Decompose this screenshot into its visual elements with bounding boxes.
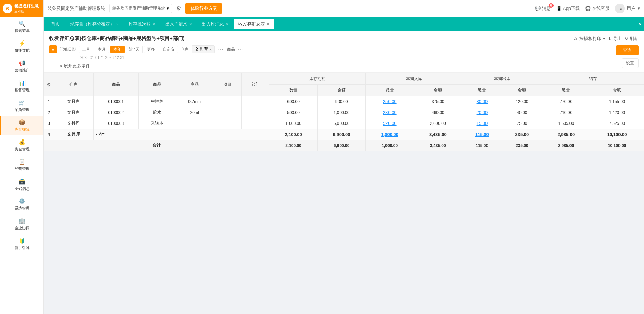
out-qty-link[interactable]: 80.00 bbox=[477, 99, 488, 104]
date-btn-custom[interactable]: 自定义 bbox=[160, 46, 178, 53]
total-out-qty: 115.00 bbox=[462, 140, 502, 151]
dropdown-icon: ▾ bbox=[167, 6, 169, 11]
row-goods-code: 0100002 bbox=[93, 107, 138, 118]
operations-icon: 📋 bbox=[19, 159, 26, 165]
total-close-qty: 2,985.00 bbox=[542, 140, 590, 151]
tab-batch-ledger[interactable]: 库存批次账 × bbox=[124, 19, 160, 29]
in-qty-link[interactable]: 250.00 bbox=[383, 99, 397, 104]
row-in-qty[interactable]: 520.00 bbox=[366, 118, 414, 129]
date-filter: 上月 本月 本年 近7天 更多 自定义 bbox=[79, 46, 178, 53]
sidebar-item-search[interactable]: 🔍 搜索菜单 bbox=[0, 17, 43, 37]
row-out-qty[interactable]: 20.00 bbox=[462, 107, 502, 118]
sidebar-item-operations[interactable]: 📋 经营管理 bbox=[0, 155, 43, 175]
date-btn-prev-month[interactable]: 上月 bbox=[79, 46, 93, 53]
settings-icon[interactable]: ⚙ bbox=[176, 5, 181, 12]
sidebar-item-purchase[interactable]: 🛒 采购管理 bbox=[0, 96, 43, 116]
sub-close-amt: 10,100.00 bbox=[590, 129, 644, 140]
sidebar-item-inventory[interactable]: 📦 库存核算 bbox=[0, 116, 43, 135]
goods-ellipsis[interactable]: ··· bbox=[238, 46, 244, 52]
warehouse-ellipsis[interactable]: ··· bbox=[217, 46, 224, 52]
online-service-action[interactable]: 🎧 在线客服 bbox=[585, 5, 610, 12]
sub-open-qty: 2,100.00 bbox=[269, 129, 318, 140]
out-qty-link[interactable]: 20.00 bbox=[477, 110, 488, 115]
row-out-qty[interactable]: 15.00 bbox=[462, 118, 502, 129]
logo-icon: 6 bbox=[3, 4, 12, 13]
basic-icon: 🗃️ bbox=[19, 178, 26, 185]
phone-icon: 📱 bbox=[556, 6, 562, 11]
settings-icon[interactable]: ⚙ bbox=[47, 82, 51, 87]
sub-in-qty[interactable]: 1,000.00 bbox=[366, 129, 414, 140]
sidebar-item-sales[interactable]: 📊 销售管理 bbox=[0, 76, 43, 96]
sub-close-qty: 2,985.00 bbox=[542, 129, 590, 140]
app-download-action[interactable]: 📱 App下载 bbox=[556, 5, 580, 12]
row-open-qty: 600.00 bbox=[269, 96, 318, 107]
sidebar-item-basic[interactable]: 🗃️ 基础信息 bbox=[0, 175, 43, 195]
print-btn[interactable]: 🖨 按模板打印 ▾ bbox=[574, 36, 605, 42]
col-in-amt: 金额 bbox=[414, 85, 462, 96]
tab-summary[interactable]: 出入库汇总 × bbox=[197, 19, 233, 29]
date-btn-7days[interactable]: 近7天 bbox=[126, 46, 143, 53]
row-in-qty[interactable]: 250.00 bbox=[366, 96, 414, 107]
sub-out-qty[interactable]: 115.00 bbox=[462, 129, 502, 140]
tab-flow[interactable]: 出入库流水 × bbox=[161, 19, 196, 29]
col-settings[interactable]: ⚙ bbox=[44, 73, 54, 96]
tab-close-icon[interactable]: × bbox=[267, 22, 269, 26]
inventory-icon: 📦 bbox=[19, 119, 26, 126]
page-title: 收发存汇总表(按仓库+商品编码+商品+规格型号+项目+部门) bbox=[49, 35, 185, 42]
row-in-qty[interactable]: 230.00 bbox=[366, 107, 414, 118]
tab-close-all-icon[interactable]: × bbox=[638, 21, 641, 27]
system-selector[interactable]: 装备及固定资产辅助管理系统 ▾ bbox=[109, 4, 172, 13]
in-qty-link[interactable]: 520.00 bbox=[383, 121, 397, 126]
tab-close-icon[interactable]: × bbox=[226, 22, 228, 26]
export-btn[interactable]: ⬇ 导出 bbox=[608, 36, 622, 42]
tab-home[interactable]: 首页 bbox=[46, 19, 65, 29]
purchase-icon: 🛒 bbox=[19, 99, 26, 106]
sidebar-item-enterprise[interactable]: 🏢 企业协同 bbox=[0, 214, 43, 234]
message-action[interactable]: 💬 消息 6 bbox=[535, 5, 551, 12]
total-row: 合计 2,100.00 6,900.00 1,000.00 3,435.00 1… bbox=[44, 140, 644, 151]
user-action[interactable]: Ea 用户 ▾ bbox=[615, 4, 640, 13]
row-close-qty: 770.00 bbox=[542, 96, 590, 107]
row-close-amt: 1,155.00 bbox=[590, 96, 644, 107]
in-qty-link[interactable]: 230.00 bbox=[383, 110, 397, 115]
tab-close-icon[interactable]: × bbox=[189, 22, 192, 26]
sidebar-item-quicknav[interactable]: ⚡ 快捷导航 bbox=[0, 37, 43, 56]
row-dept bbox=[241, 118, 269, 129]
warehouse-tag-close[interactable]: × bbox=[209, 47, 212, 52]
expand-icon: ▾ bbox=[60, 64, 62, 69]
sales-icon: 📊 bbox=[19, 80, 26, 86]
print-icon: 🖨 bbox=[574, 36, 578, 41]
filter-collapse-btn[interactable]: « bbox=[49, 45, 57, 53]
filter-area: « 记账日期 上月 本月 本年 近7天 更多 自定义 bbox=[44, 42, 644, 73]
row-out-amt: 120.00 bbox=[502, 96, 542, 107]
out-qty-link[interactable]: 15.00 bbox=[477, 121, 488, 126]
tab-close-icon[interactable]: × bbox=[153, 22, 155, 26]
sidebar-item-finance[interactable]: 💰 资金管理 bbox=[0, 135, 43, 155]
sidebar-item-system[interactable]: ⚙️ 系统管理 bbox=[0, 195, 43, 214]
date-btn-this-year[interactable]: 本年 bbox=[110, 46, 125, 53]
sidebar-item-marketing[interactable]: 📢 营销推广 bbox=[0, 56, 43, 76]
date-btn-more[interactable]: 更多 bbox=[144, 46, 158, 53]
refresh-btn[interactable]: ↻ 刷新 bbox=[625, 36, 639, 42]
row-out-qty[interactable]: 80.00 bbox=[462, 96, 502, 107]
tab-inventory-dist[interactable]: 现存量（库存分布表） × bbox=[65, 19, 123, 29]
goods-label: 商品 bbox=[227, 47, 235, 52]
filter-date-section: 记账日期 上月 本月 本年 近7天 更多 自定义 仓库 文 bbox=[60, 45, 613, 53]
col-out-qty: 数量 bbox=[462, 85, 502, 96]
tab-close-icon[interactable]: × bbox=[116, 22, 118, 26]
headset-icon: 🎧 bbox=[585, 6, 591, 11]
sub-in-qty-link[interactable]: 1,000.00 bbox=[381, 132, 398, 137]
experience-btn[interactable]: 体验行业方案 bbox=[185, 3, 222, 14]
expand-conditions-btn[interactable]: ▾ 展开更多条件 bbox=[60, 63, 613, 69]
sub-out-amt: 235.00 bbox=[502, 129, 542, 140]
export-icon: ⬇ bbox=[608, 36, 612, 41]
query-btn[interactable]: 查询 bbox=[616, 45, 639, 55]
sub-out-qty-link[interactable]: 115.00 bbox=[475, 132, 489, 137]
col-close-qty: 数量 bbox=[542, 85, 590, 96]
col-out-amt: 金额 bbox=[502, 85, 542, 96]
row-out-amt: 40.00 bbox=[502, 107, 542, 118]
tab-recv-send[interactable]: 收发存汇总表 × bbox=[234, 19, 274, 29]
date-btn-this-month[interactable]: 本月 bbox=[95, 46, 109, 53]
sidebar-item-newguide[interactable]: 🔰 新手引导 bbox=[0, 234, 43, 254]
set-btn[interactable]: 设置 bbox=[622, 58, 639, 68]
